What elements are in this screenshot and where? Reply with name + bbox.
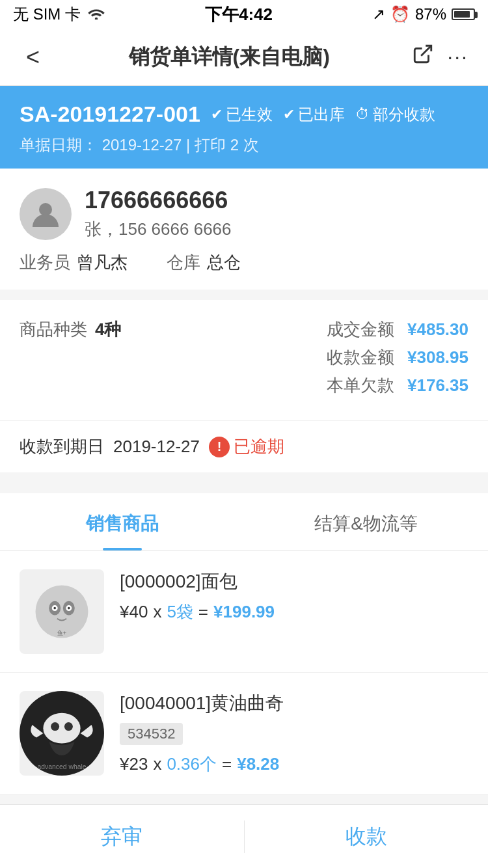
meta-date-value: 2019-12-27 (102, 136, 182, 154)
receipt-amount: ¥308.95 (407, 347, 468, 368)
customer-id: 17666666666 (85, 187, 232, 214)
svg-point-8 (53, 607, 56, 610)
tabs-container: 销售商品 结算&物流等 (0, 493, 488, 551)
meta-print-info: | 打印 2 次 (186, 136, 259, 154)
battery-text: 87% (415, 5, 446, 23)
status-shipped: ✔ 已出库 (283, 104, 345, 125)
svg-text:advanced whale: advanced whale (37, 763, 86, 770)
product-item-1: 鱼+ [0000002]面包 ¥40 x 5袋 = ¥199.99 (0, 551, 488, 673)
transaction-label: 成交金额 (327, 318, 394, 341)
price-x-2: x (153, 754, 161, 774)
price-x-1: x (153, 602, 161, 622)
divider-2 (0, 472, 488, 483)
battery-icon (452, 8, 475, 20)
due-amount: ¥176.35 (407, 375, 468, 396)
price-eq-2: = (222, 754, 232, 774)
divider-1 (0, 290, 488, 300)
warehouse-item: 仓库 总仓 (167, 251, 241, 274)
location-icon: ↗ (372, 5, 385, 23)
svg-line-1 (421, 46, 431, 56)
salesperson-value: 曾凡杰 (77, 251, 128, 274)
price-total-1: ¥199.99 (213, 602, 275, 622)
status-partial-label: 部分收款 (373, 104, 435, 125)
customer-row: 17666666666 张，156 6666 6666 (20, 187, 468, 241)
nav-title: 销货单详情(来自电脑) (129, 43, 330, 72)
svg-point-0 (95, 18, 98, 20)
warehouse-value: 总仓 (207, 251, 241, 274)
summary-section: 商品种类 4种 成交金额 ¥485.30 收款金额 ¥308.95 本单欠款 ¥… (0, 300, 488, 420)
product-price-1: ¥40 x 5袋 = ¥199.99 (120, 601, 468, 623)
summary-left: 商品种类 4种 (20, 318, 121, 341)
product-name-2: [00040001]黄油曲奇 (120, 691, 468, 716)
status-partial: ⏱ 部分收款 (355, 104, 435, 125)
bottom-bar: 弃审 收款 (0, 804, 488, 868)
transaction-amount: ¥485.30 (407, 319, 468, 340)
header-order-row: SA-20191227-001 ✔ 已生效 ✔ 已出库 ⏱ 部分收款 (20, 102, 468, 127)
customer-details: 业务员 曾凡杰 仓库 总仓 (20, 251, 468, 274)
product-thumb-1: 鱼+ (20, 569, 104, 654)
category-label: 商品种类 (20, 318, 87, 341)
overdue-badge: ! 已逾期 (209, 435, 284, 458)
product-name-1: [0000002]面包 (120, 569, 468, 594)
salesperson-item: 业务员 曾凡杰 (20, 251, 128, 274)
transaction-row: 成交金额 ¥485.30 (327, 318, 468, 341)
tab-settlement[interactable]: 结算&物流等 (244, 493, 488, 550)
price-unit-1: ¥40 (120, 602, 148, 622)
avatar (20, 188, 72, 240)
check-icon-1: ✔ (211, 106, 223, 123)
receipt-label: 收款金额 (327, 346, 394, 369)
status-time: 下午4:42 (205, 3, 273, 26)
category-count: 4种 (95, 318, 121, 341)
order-id: SA-20191227-001 (20, 102, 200, 127)
salesperson-label: 业务员 (20, 251, 70, 274)
product-info-2: [00040001]黄油曲奇 534532 ¥23 x 0.36个 = ¥8.2… (120, 691, 468, 776)
product-thumb-2: advanced whale (20, 691, 104, 776)
price-eq-1: = (198, 602, 208, 622)
due-label: 本单欠款 (327, 374, 394, 397)
cancel-review-button[interactable]: 弃审 (0, 809, 244, 864)
collect-payment-button[interactable]: 收款 (245, 809, 489, 864)
due-row: 本单欠款 ¥176.35 (327, 374, 468, 397)
status-left: 无 SIM 卡 (13, 4, 105, 25)
meta-date-label: 单据日期： (20, 136, 98, 154)
product-info-1: [0000002]面包 ¥40 x 5袋 = ¥199.99 (120, 569, 468, 623)
header-banner: SA-20191227-001 ✔ 已生效 ✔ 已出库 ⏱ 部分收款 单据日期：… (0, 86, 488, 169)
due-date-value: 2019-12-27 (113, 437, 200, 457)
due-date-section: 收款到期日 2019-12-27 ! 已逾期 (0, 420, 488, 472)
svg-text:鱼+: 鱼+ (57, 630, 66, 636)
summary-right: 成交金额 ¥485.30 收款金额 ¥308.95 本单欠款 ¥176.35 (327, 318, 468, 402)
price-unit-2: ¥23 (120, 754, 148, 774)
price-qty-2: 0.36个 (167, 753, 217, 776)
svg-point-12 (43, 713, 80, 744)
product-list: 鱼+ [0000002]面包 ¥40 x 5袋 = ¥199.99 (0, 551, 488, 794)
back-button[interactable]: < (20, 37, 46, 77)
svg-point-13 (51, 722, 59, 731)
price-total-2: ¥8.28 (237, 754, 279, 774)
status-effected: ✔ 已生效 (211, 104, 273, 125)
warehouse-label: 仓库 (167, 251, 200, 274)
status-right: ↗ ⏰ 87% (372, 5, 475, 23)
product-item-2: advanced whale [00040001]黄油曲奇 534532 ¥23… (0, 673, 488, 794)
status-shipped-label: 已出库 (298, 104, 345, 125)
nav-bar: < 销货单详情(来自电脑) ··· (0, 29, 488, 86)
svg-point-14 (64, 722, 73, 731)
due-date-label: 收款到期日 (20, 435, 104, 458)
customer-name: 张，156 6666 6666 (85, 218, 232, 241)
status-bar: 无 SIM 卡 下午4:42 ↗ ⏰ 87% (0, 0, 488, 29)
share-icon[interactable] (412, 43, 434, 71)
carrier-text: 无 SIM 卡 (13, 4, 81, 25)
wifi-icon (87, 5, 105, 23)
alarm-icon: ⏰ (390, 5, 410, 23)
receipt-row: 收款金额 ¥308.95 (327, 346, 468, 369)
overdue-icon: ! (209, 437, 230, 457)
more-icon[interactable]: ··· (447, 45, 468, 69)
svg-point-9 (68, 607, 70, 610)
nav-actions: ··· (412, 43, 468, 71)
status-effected-label: 已生效 (226, 104, 273, 125)
overdue-text: 已逾期 (234, 435, 284, 458)
check-icon-2: ✔ (283, 106, 295, 123)
product-sku-2: 534532 (120, 723, 183, 745)
tab-products[interactable]: 销售商品 (0, 493, 244, 550)
clock-icon: ⏱ (355, 106, 370, 123)
product-price-2: ¥23 x 0.36个 = ¥8.28 (120, 753, 468, 776)
